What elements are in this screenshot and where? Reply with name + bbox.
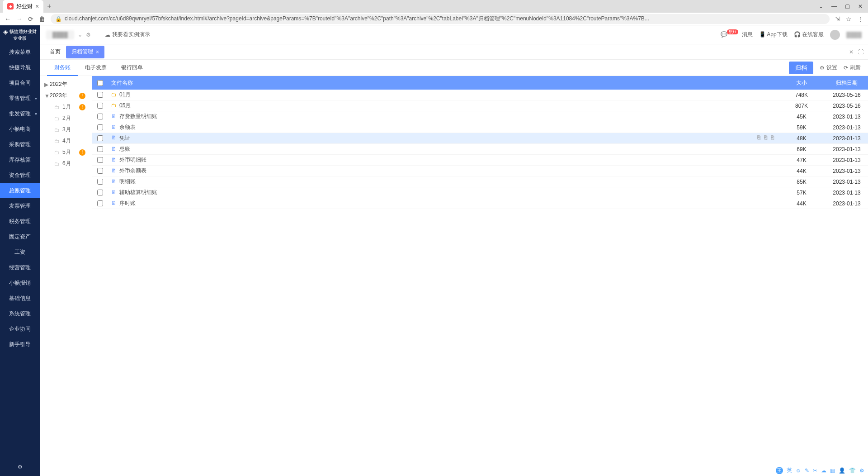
- status-cut-icon[interactable]: ✂: [813, 467, 817, 474]
- message-link[interactable]: 💬 99+ 消息: [721, 31, 753, 38]
- sidebar-item[interactable]: 库存核算: [0, 152, 40, 167]
- row-checkbox[interactable]: [97, 200, 103, 206]
- sidebar-item[interactable]: 资金管理: [0, 167, 40, 183]
- tab-home[interactable]: 首页: [44, 44, 66, 60]
- avatar[interactable]: [830, 30, 840, 40]
- sidebar-item[interactable]: 总账管理: [0, 183, 40, 198]
- sidebar-item[interactable]: 搜索菜单: [0, 44, 40, 60]
- download-icon[interactable]: ⎘: [757, 134, 760, 142]
- table-row[interactable]: 🗎明细账85K2023-01-13: [92, 176, 868, 187]
- settings-link[interactable]: ⚙ 设置: [820, 64, 837, 71]
- org-selector[interactable]: ████ ⌄ ⚙: [40, 30, 97, 39]
- tree-month[interactable]: 🗀2月: [40, 113, 92, 124]
- tree-year-2022[interactable]: ▶ 2022年: [40, 79, 92, 90]
- sidebar-item[interactable]: 快捷导航: [0, 60, 40, 75]
- browser-tab[interactable]: ◆ 好业财 ×: [3, 0, 43, 13]
- close-all-icon[interactable]: ✕: [849, 49, 854, 55]
- row-checkbox[interactable]: [97, 190, 103, 195]
- tree-year-2023[interactable]: ▼ 2023年 !: [40, 90, 92, 101]
- tree-month[interactable]: 🗀1月!: [40, 101, 92, 113]
- table-row[interactable]: 🗎余额表59K2023-01-13: [92, 122, 868, 133]
- header-date[interactable]: 归档日期: [826, 79, 868, 87]
- file-link[interactable]: 01月: [119, 91, 131, 98]
- sidebar-item[interactable]: 工资: [0, 244, 40, 260]
- row-checkbox[interactable]: [97, 157, 103, 163]
- maximize-icon[interactable]: ▢: [845, 3, 850, 10]
- ime-lang[interactable]: 英: [787, 466, 792, 474]
- sidebar-item[interactable]: 企业协同: [0, 321, 40, 337]
- tree-month[interactable]: 🗀5月!: [40, 147, 92, 158]
- status-gear-icon[interactable]: ⚙: [859, 467, 864, 474]
- sidebar-item[interactable]: 小畅电商: [0, 121, 40, 137]
- sidebar-item[interactable]: 发票管理: [0, 198, 40, 214]
- ime-icon[interactable]: 王: [776, 467, 783, 474]
- archive-button[interactable]: 归档: [789, 62, 813, 74]
- status-cloud-icon[interactable]: ☁: [821, 467, 826, 474]
- status-grid-icon[interactable]: ▦: [830, 467, 835, 474]
- minimize-icon[interactable]: —: [831, 3, 837, 10]
- reload-icon[interactable]: ⟳: [28, 15, 33, 23]
- fullscreen-icon[interactable]: ⛶: [858, 49, 863, 55]
- link-icon[interactable]: ⇲: [835, 15, 840, 23]
- header-name[interactable]: 文件名称: [108, 79, 778, 87]
- status-emoji-icon[interactable]: ☺: [796, 467, 801, 474]
- sidebar-item[interactable]: 系统管理: [0, 306, 40, 321]
- sidebar-item[interactable]: 批发管理▾: [0, 106, 40, 121]
- pdf-icon[interactable]: ⎘: [764, 134, 767, 142]
- forward-icon[interactable]: →: [16, 15, 23, 23]
- gear-icon[interactable]: ⚙: [86, 32, 91, 38]
- sidebar-item[interactable]: 基础信息: [0, 290, 40, 306]
- sidebar-item[interactable]: 经营管理: [0, 260, 40, 275]
- status-shirt-icon[interactable]: 👕: [849, 467, 856, 474]
- back-icon[interactable]: ←: [5, 15, 11, 23]
- subtab-invoice[interactable]: 电子发票: [78, 60, 114, 76]
- row-checkbox[interactable]: [97, 114, 103, 119]
- settings-button[interactable]: ⚙: [0, 458, 40, 476]
- header-size[interactable]: 大小: [778, 79, 826, 87]
- row-checkbox[interactable]: [97, 135, 103, 141]
- preview-icon[interactable]: ⎘: [771, 134, 774, 142]
- checkbox-all[interactable]: [97, 80, 103, 86]
- row-checkbox[interactable]: [97, 168, 103, 174]
- delete-icon[interactable]: 🗑: [39, 15, 45, 23]
- close-icon[interactable]: ×: [96, 49, 99, 55]
- demo-link[interactable]: ☁ 我要看实例演示: [105, 31, 150, 38]
- down-icon[interactable]: ⌄: [819, 3, 823, 10]
- table-row[interactable]: 🗀01月748K2023-05-16: [92, 90, 868, 100]
- subtab-bank[interactable]: 银行回单: [114, 60, 150, 76]
- table-row[interactable]: 🗎序时账44K2023-01-13: [92, 198, 868, 209]
- tab-archive[interactable]: 归档管理 ×: [66, 46, 104, 58]
- file-link[interactable]: 05月: [119, 102, 131, 109]
- sidebar-item[interactable]: 采购管理: [0, 137, 40, 152]
- table-row[interactable]: 🗎存货数量明细账45K2023-01-13: [92, 111, 868, 122]
- new-tab-button[interactable]: +: [47, 2, 51, 10]
- tree-month[interactable]: 🗀6月: [40, 158, 92, 169]
- sidebar-item[interactable]: 新手引导: [0, 337, 40, 352]
- table-row[interactable]: 🗎外币余额表44K2023-01-13: [92, 166, 868, 176]
- sidebar-item[interactable]: 税务管理: [0, 214, 40, 229]
- table-row[interactable]: 🗎总账69K2023-01-13: [92, 144, 868, 155]
- url-input[interactable]: 🔒 cloud.chanjet.com/cc/u6d89qwnryel/57bf…: [51, 14, 830, 24]
- row-checkbox[interactable]: [97, 146, 103, 152]
- row-checkbox[interactable]: [97, 103, 103, 109]
- table-row[interactable]: 🗀05月807K2023-05-16: [92, 100, 868, 111]
- menu-icon[interactable]: ⋮: [857, 15, 863, 23]
- table-row[interactable]: 🗎辅助核算明细账57K2023-01-13: [92, 187, 868, 198]
- row-checkbox[interactable]: [97, 92, 103, 98]
- service-link[interactable]: 🎧 在线客服: [794, 31, 824, 38]
- sidebar-item[interactable]: 小畅报销: [0, 275, 40, 290]
- close-window-icon[interactable]: ✕: [858, 3, 863, 10]
- table-row[interactable]: 🗎凭证⎘⎘⎘48K2023-01-13: [92, 133, 868, 144]
- sidebar-item[interactable]: 零售管理▾: [0, 90, 40, 106]
- tree-month[interactable]: 🗀3月: [40, 124, 92, 135]
- close-icon[interactable]: ×: [35, 3, 39, 10]
- sidebar-item[interactable]: 固定资产: [0, 229, 40, 244]
- refresh-link[interactable]: ⟳ 刷新: [844, 64, 861, 71]
- tree-month[interactable]: 🗀4月: [40, 135, 92, 147]
- subtab-finance[interactable]: 财务账: [47, 60, 78, 76]
- status-user-icon[interactable]: 👤: [839, 467, 845, 474]
- star-icon[interactable]: ☆: [846, 15, 852, 23]
- row-checkbox[interactable]: [97, 179, 103, 185]
- download-link[interactable]: 📱 App下载: [759, 31, 788, 38]
- row-checkbox[interactable]: [97, 124, 103, 130]
